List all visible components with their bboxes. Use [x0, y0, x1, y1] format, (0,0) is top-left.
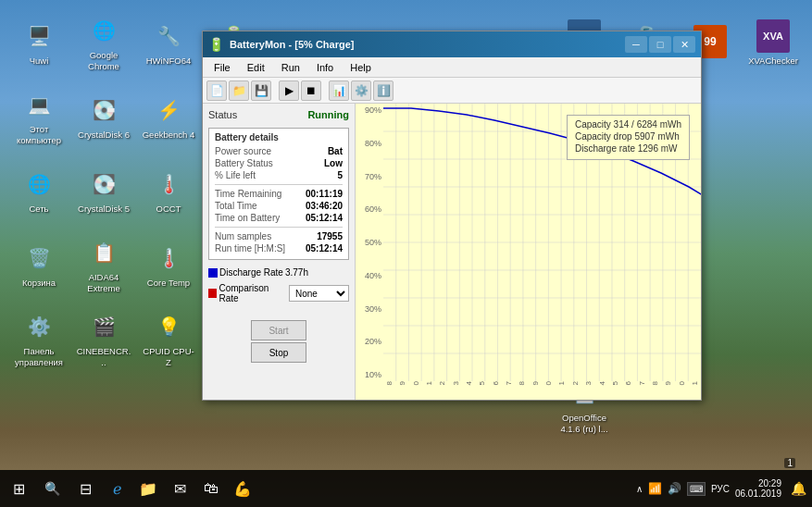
- discharge-row: Discharge Rate 3.77h: [208, 267, 349, 278]
- geekbench-icon: ⚡: [152, 93, 185, 127]
- toolbar-new[interactable]: 📄: [206, 80, 227, 101]
- aida64-icon: 📋: [87, 236, 120, 269]
- desktop-icon-panel[interactable]: ⚙️ Панель управления: [7, 303, 70, 374]
- close-button[interactable]: ✕: [673, 36, 695, 53]
- chart-info-box: Capacity 314 / 6284 mWh Capacity drop 59…: [567, 115, 690, 160]
- batterymon-window: 🔋 BatteryMon - [5% Charge] ─ □ ✕ File Ed…: [202, 31, 702, 401]
- menu-run[interactable]: Run: [274, 60, 307, 75]
- crystaldisk6-label: CrystalDisk 6: [78, 130, 130, 140]
- crystaldisk5-label: CrystalDisk 5: [78, 204, 130, 214]
- x-label: 5: [478, 381, 486, 385]
- desktop-icon-korzina[interactable]: 🗑️ Корзина: [7, 229, 70, 300]
- desktop-icon-hwinfo[interactable]: 🔧 HWiNFO64: [137, 7, 200, 78]
- xva-label: XVAChecker: [748, 56, 798, 66]
- stop-button[interactable]: Stop: [251, 342, 306, 363]
- toolbar-chart[interactable]: 📊: [329, 80, 349, 101]
- desktop-icon-chrome[interactable]: 🌐 Google Chrome: [72, 7, 135, 78]
- desktop-icon-etot[interactable]: 💻 Этот компьютер: [7, 81, 70, 152]
- set-icon: 🌐: [22, 167, 56, 201]
- battery-details: Battery details Power source Bat Battery…: [208, 128, 349, 260]
- x-label: 9: [664, 381, 672, 385]
- occt-label: OCCT: [156, 204, 181, 214]
- total-time-row: Total Time 03:46:20: [215, 201, 343, 211]
- maximize-button[interactable]: □: [649, 36, 671, 53]
- left-panel: Status Running Battery details Power sou…: [203, 104, 356, 400]
- menu-help[interactable]: Help: [343, 60, 379, 75]
- cinebench-icon: 🎬: [87, 310, 120, 343]
- comparison-label: Comparison Rate: [219, 283, 287, 303]
- x-label: 8: [518, 381, 526, 385]
- window-body: Status Running Battery details Power sou…: [203, 104, 701, 400]
- taskbar-muscle[interactable]: 💪: [228, 470, 257, 507]
- menu-info[interactable]: Info: [309, 60, 341, 75]
- desktop-icon-cpuz[interactable]: 💡 CPUID CPU-Z: [137, 303, 200, 374]
- menu-edit[interactable]: Edit: [240, 60, 272, 75]
- notifications-button[interactable]: 🔔: [791, 481, 806, 496]
- desktop-icon-cinebench[interactable]: 🎬 CINEBENCR...: [72, 303, 135, 374]
- desktop-icon-crystaldisk6[interactable]: 💽 CrystalDisk 6: [72, 81, 135, 152]
- etot-icon: 💻: [22, 88, 56, 121]
- taskbar-edge[interactable]: ℯ: [102, 470, 131, 507]
- hwinfo-icon: 🔧: [152, 19, 185, 53]
- taskbar-clock[interactable]: 20:29 06.01.2019: [735, 478, 781, 499]
- coretemp-icon: 🌡️: [152, 241, 185, 275]
- desktop-icon-crystaldisk5[interactable]: 💽 CrystalDisk 5: [72, 155, 135, 226]
- desktop-icon-coretemp[interactable]: 🌡️ Core Temp: [137, 229, 200, 300]
- y-axis: 90% 80% 70% 60% 50% 40% 30% 20% 10%: [356, 104, 383, 381]
- notification-badge: 1: [784, 458, 795, 468]
- taskbar-mail[interactable]: ✉: [165, 470, 194, 507]
- taskbar-store[interactable]: 🛍: [196, 470, 226, 507]
- menu-file[interactable]: File: [206, 60, 238, 75]
- life-left-row: % Life left 5: [215, 170, 343, 180]
- openoffice-label: OpenOffice 4.1.6 (ru) l...: [556, 413, 612, 434]
- x-label: 8: [385, 381, 394, 385]
- systray-audio[interactable]: 🔊: [668, 482, 681, 495]
- power-source-row: Power source Bat: [215, 146, 343, 156]
- desktop-icon-aida64[interactable]: 📋 AIDA64 Extreme: [72, 229, 135, 300]
- desktop-icon-chuwi[interactable]: 🖥️ Чuwi: [7, 7, 70, 78]
- desktop-icon-geekbench[interactable]: ⚡ Geekbench 4: [137, 81, 200, 152]
- x-label: 6: [492, 381, 500, 385]
- systray-network[interactable]: 📶: [648, 482, 662, 495]
- systray-up-arrow[interactable]: ∧: [636, 484, 643, 494]
- taskbar-explorer[interactable]: 📁: [133, 470, 163, 507]
- systray-lang[interactable]: РУС: [711, 484, 730, 494]
- window-controls: ─ □ ✕: [625, 36, 695, 53]
- status-label: Status: [208, 109, 237, 120]
- cpuz-label: CPUID CPU-Z: [141, 346, 196, 367]
- window-title-icon: 🔋: [208, 37, 224, 52]
- x-label: 5: [611, 381, 619, 385]
- x-label: 4: [598, 381, 606, 385]
- geekbench-label: Geekbench 4: [143, 130, 195, 140]
- taskbar-taskview[interactable]: ⊟: [70, 470, 100, 507]
- toolbar-save[interactable]: 💾: [251, 80, 271, 101]
- toolbar-info[interactable]: ℹ️: [373, 80, 394, 101]
- toolbar-settings[interactable]: ⚙️: [351, 80, 371, 101]
- toolbar-stop2[interactable]: ⏹: [301, 80, 321, 101]
- minimize-button[interactable]: ─: [625, 36, 647, 53]
- y-label-40: 40%: [357, 271, 381, 280]
- x-label: 9: [398, 381, 406, 385]
- x-label: 0: [412, 381, 420, 385]
- details-title: Battery details: [215, 132, 343, 142]
- aida64-label: AIDA64 Extreme: [76, 272, 131, 293]
- desktop-icon-occt[interactable]: 🌡️ OCCT: [137, 155, 200, 226]
- toolbar-run[interactable]: ▶: [279, 80, 299, 101]
- start-button[interactable]: ⊞: [0, 470, 37, 507]
- y-label-80: 80%: [357, 139, 381, 148]
- start-button[interactable]: Start: [251, 320, 306, 340]
- desktop-icon-set[interactable]: 🌐 Сеть: [7, 155, 70, 226]
- desktop-icon-xva[interactable]: XVA XVAChecker: [742, 7, 805, 78]
- set-label: Сеть: [29, 204, 48, 214]
- comparison-select[interactable]: None Previous: [289, 285, 349, 302]
- x-label: 9: [531, 381, 540, 385]
- status-bar: Status Running: [208, 109, 349, 120]
- systray-keyboard[interactable]: ⌨: [687, 482, 706, 496]
- action-buttons: Start Stop: [208, 316, 349, 363]
- cinebench-label: CINEBENCR...: [76, 346, 131, 367]
- chrome-icon: 🌐: [87, 14, 120, 47]
- x-label: 0: [678, 381, 686, 385]
- toolbar-open[interactable]: 📁: [229, 80, 249, 101]
- time-remaining-row: Time Remaining 00:11:19: [215, 189, 343, 199]
- search-button[interactable]: 🔍: [37, 470, 67, 507]
